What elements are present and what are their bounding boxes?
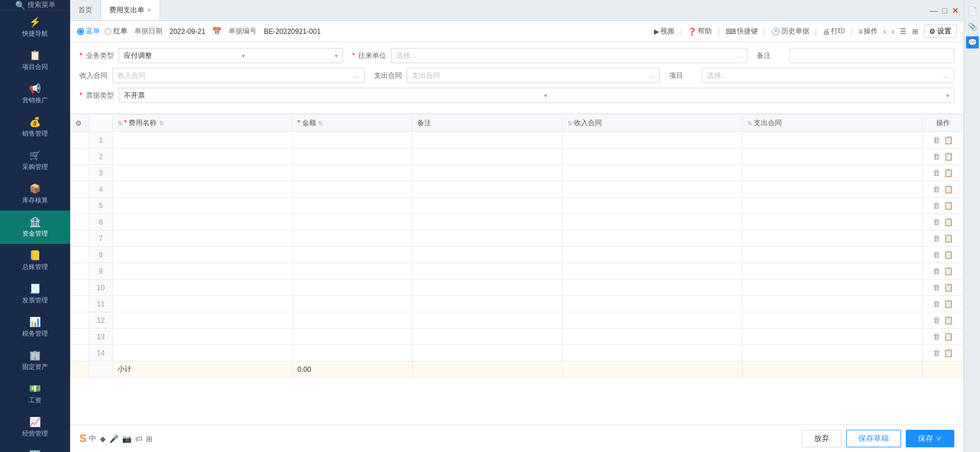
footer-brand-icon-4[interactable]: 📷	[121, 434, 133, 443]
row-income-5[interactable]	[562, 198, 742, 214]
row-amount-3[interactable]	[293, 165, 413, 181]
row-name-3[interactable]	[113, 165, 293, 181]
row-name-6[interactable]	[113, 214, 293, 230]
project-input[interactable]: 选择... ...	[702, 68, 954, 83]
row-income-2[interactable]	[562, 149, 742, 165]
row-name-5[interactable]	[113, 198, 293, 214]
tab-home[interactable]: 首页	[70, 0, 101, 20]
row-name-14[interactable]	[113, 345, 293, 361]
row-delete-8[interactable]: 🗑	[933, 250, 940, 259]
sidebar-item-fixed-assets[interactable]: 🏢固定资产	[0, 344, 70, 377]
window-maximize[interactable]: □	[943, 6, 947, 15]
sidebar-item-invoice-mgmt[interactable]: 🧾发票管理	[0, 277, 70, 310]
row-expense-13[interactable]	[742, 329, 922, 345]
row-delete-11[interactable]: 🗑	[933, 299, 940, 308]
row-income-4[interactable]	[562, 181, 742, 198]
row-name-2[interactable]	[113, 149, 293, 165]
row-income-12[interactable]	[562, 312, 742, 329]
row-note-6[interactable]	[413, 214, 563, 230]
row-income-6[interactable]	[562, 214, 742, 230]
row-expense-5[interactable]	[742, 198, 922, 214]
ops-btn[interactable]: ≡ 操作	[858, 26, 878, 36]
row-expense-14[interactable]	[742, 345, 922, 361]
row-copy-5[interactable]: 📋	[944, 201, 953, 210]
tab-close-expense-form[interactable]: ✕	[147, 7, 151, 13]
sidebar-item-inventory[interactable]: 📦库存核算	[0, 177, 70, 211]
row-income-13[interactable]	[562, 329, 742, 345]
view-grid-icon[interactable]: ⊞	[912, 27, 918, 36]
nav-prev[interactable]: ‹	[884, 27, 886, 36]
sidebar-item-tax-mgmt[interactable]: 📊税务管理	[0, 310, 70, 344]
row-copy-14[interactable]: 📋	[944, 349, 953, 357]
video-btn[interactable]: ▶ 视频	[654, 26, 674, 36]
col-name-header[interactable]: ⇅ * 费用名称 ⇅	[113, 115, 293, 132]
sidebar-item-sales-mgmt[interactable]: 💰销售管理	[0, 111, 70, 144]
row-expense-6[interactable]	[742, 214, 922, 230]
col-settings[interactable]: ⚙	[71, 115, 89, 132]
row-delete-3[interactable]: 🗑	[933, 168, 940, 177]
row-note-8[interactable]	[413, 247, 563, 263]
row-name-1[interactable]	[113, 132, 293, 149]
row-income-3[interactable]	[562, 165, 742, 181]
row-amount-2[interactable]	[293, 149, 413, 165]
row-amount-13[interactable]	[293, 329, 413, 345]
shortcuts-btn[interactable]: ⌨ 快捷键	[726, 26, 758, 36]
row-copy-10[interactable]: 📋	[944, 283, 953, 292]
row-copy-9[interactable]: 📋	[944, 267, 953, 275]
row-copy-12[interactable]: 📋	[944, 316, 953, 325]
right-panel-doc-icon[interactable]: 📄	[966, 5, 979, 17]
col-note-header[interactable]: 备注	[413, 115, 563, 132]
row-name-13[interactable]	[113, 329, 293, 345]
tab-expense-form[interactable]: 费用支出单✕	[101, 0, 160, 20]
row-amount-12[interactable]	[293, 312, 413, 329]
row-copy-7[interactable]: 📋	[944, 234, 953, 243]
sidebar-item-marketing[interactable]: 📢营销推广	[0, 77, 70, 111]
row-expense-3[interactable]	[742, 165, 922, 181]
row-expense-2[interactable]	[742, 149, 922, 165]
col-expense-header[interactable]: ⇅ 支出合同	[742, 115, 922, 132]
row-amount-9[interactable]	[293, 263, 413, 280]
footer-brand-icon-2[interactable]: ◆	[99, 434, 107, 443]
row-note-4[interactable]	[413, 181, 563, 198]
sidebar-item-quick-nav[interactable]: ⚡快捷导航	[0, 11, 70, 44]
row-note-3[interactable]	[413, 165, 563, 181]
row-copy-8[interactable]: 📋	[944, 250, 953, 259]
row-amount-7[interactable]	[293, 230, 413, 247]
row-expense-1[interactable]	[742, 132, 922, 149]
row-income-1[interactable]	[562, 132, 742, 149]
row-income-11[interactable]	[562, 296, 742, 312]
row-income-10[interactable]	[562, 280, 742, 296]
row-delete-9[interactable]: 🗑	[933, 267, 940, 275]
row-note-1[interactable]	[413, 132, 563, 149]
row-copy-4[interactable]: 📋	[944, 185, 953, 194]
biz-type-input[interactable]: 应付调整 ▾	[119, 48, 343, 63]
row-name-9[interactable]	[113, 263, 293, 280]
row-delete-1[interactable]: 🗑	[933, 136, 940, 144]
row-amount-8[interactable]	[293, 247, 413, 263]
row-amount-4[interactable]	[293, 181, 413, 198]
row-amount-1[interactable]	[293, 132, 413, 149]
row-amount-5[interactable]	[293, 198, 413, 214]
row-amount-14[interactable]	[293, 345, 413, 361]
footer-brand-icon-5[interactable]: 🏷	[134, 434, 144, 443]
row-note-11[interactable]	[413, 296, 563, 312]
col-income-header[interactable]: ⇅ 收入合同	[562, 115, 742, 132]
expense-contract-input[interactable]: 支出合同 ...	[407, 68, 659, 83]
income-contract-input[interactable]: 收入合同 ...	[112, 68, 365, 83]
col-amount-header[interactable]: * 金额 ⇅	[293, 115, 413, 132]
row-delete-10[interactable]: 🗑	[933, 283, 940, 292]
row-expense-8[interactable]	[742, 247, 922, 263]
row-copy-2[interactable]: 📋	[944, 152, 953, 161]
row-delete-13[interactable]: 🗑	[933, 332, 940, 341]
footer-brand-icon-3[interactable]: 🎤	[108, 434, 120, 443]
row-delete-6[interactable]: 🗑	[933, 218, 940, 226]
row-note-12[interactable]	[413, 312, 563, 329]
row-income-7[interactable]	[562, 230, 742, 247]
row-delete-7[interactable]: 🗑	[933, 234, 940, 243]
window-minimize[interactable]: —	[930, 6, 938, 15]
row-delete-12[interactable]: 🗑	[933, 316, 940, 325]
row-note-2[interactable]	[413, 149, 563, 165]
row-copy-3[interactable]: 📋	[944, 168, 953, 177]
print-btn[interactable]: 🖨 打印	[823, 26, 845, 36]
sidebar-item-salary[interactable]: 💵工资	[0, 377, 70, 410]
